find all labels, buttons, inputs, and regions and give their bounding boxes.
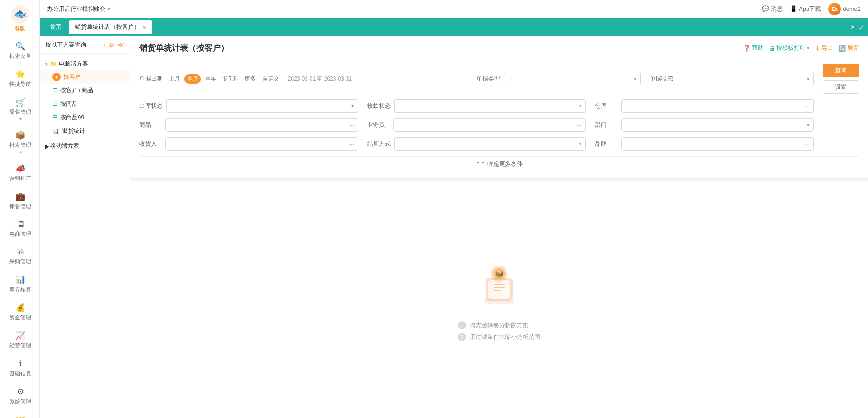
sidebar-item-ecommerce[interactable]: 🖥 电商管理 <box>0 215 39 242</box>
sidebar-item-enterprise[interactable]: 🤝 企业协同 <box>0 410 39 418</box>
date-tabs: 上月 本月 本年 近7天 更多 自定义 <box>166 74 282 84</box>
user-initials: Ea <box>832 6 838 12</box>
chevron-down-icon: ▾ <box>579 103 582 109</box>
sidebar-item-nav[interactable]: ⭐ 快捷导航 <box>0 65 39 93</box>
add-scheme-button[interactable]: + <box>103 41 106 48</box>
filter-doc-type: 单据类型 ▾ <box>476 72 641 86</box>
settings-button[interactable]: 设置 <box>823 80 859 94</box>
desktop-group-title[interactable]: ▾ 📁 电脑端方案 <box>40 57 130 70</box>
sidebar-item-sales[interactable]: 💼 销售管理 <box>0 187 39 215</box>
sidebar-item-wholesale[interactable]: 📦 批发管理 ▴ <box>0 126 39 159</box>
system-icon: ⚙ <box>17 387 24 397</box>
scheme-settings-button[interactable]: ⚙ <box>109 41 115 48</box>
scheme-title: 按以下方案查询 <box>45 41 100 49</box>
sidebar-item-search[interactable]: 🔍 搜索菜单 <box>0 37 39 65</box>
tab-sales-stats[interactable]: 销货单统计表（按客户） × <box>69 20 152 34</box>
chevron-down-icon: ▾ <box>351 103 354 109</box>
message-label: 消息 <box>771 5 783 13</box>
salesperson-select[interactable]: ··· <box>393 118 586 132</box>
tab-home[interactable]: 首页 <box>43 20 68 34</box>
enterprise-icon: 🤝 <box>15 415 25 418</box>
sidebar-item-finance[interactable]: 💰 资金管理 <box>0 298 39 326</box>
query-button[interactable]: 查询 <box>823 64 859 77</box>
desktop-group: ▾ 📁 电脑端方案 ● 按客户 ☰ 按客户+商品 ☰ 按商品 <box>40 57 130 138</box>
basic-icon: ℹ <box>19 359 22 369</box>
empty-tip-text-2: 用过滤条件来缩小分析范围 <box>470 333 540 341</box>
app-download-button[interactable]: 📱 App下载 <box>790 5 821 13</box>
settlement-select[interactable]: ▾ <box>394 137 586 151</box>
filter-row-2: 出库状态 ▾ 收款状态 ▾ 仓库 <box>139 99 859 113</box>
scheme-item-by-goods[interactable]: ☰ 按商品 <box>40 97 130 111</box>
app-selector[interactable]: 办公用品行业模拟账套 ▾ <box>47 5 110 13</box>
chevron-down-icon: ▾ <box>634 76 637 82</box>
collapse-button[interactable]: ⌃⌃ 收起更多条件 <box>476 160 523 168</box>
sidebar-item-marketing[interactable]: 📣 营销推广 <box>0 159 39 187</box>
date-tab-custom[interactable]: 自定义 <box>260 74 282 84</box>
sidebar-item-label: 销售管理 <box>9 203 31 210</box>
out-status-select[interactable]: ▾ <box>166 99 358 113</box>
action-buttons: 查询 设置 <box>823 64 859 94</box>
filter-brand: 品牌 ··· <box>595 137 814 151</box>
page-title: 销货单统计表（按客户） <box>139 43 229 53</box>
export-button[interactable]: ⬇ 导出 <box>815 44 833 52</box>
filter-warehouse: 仓库 ··· <box>595 99 814 113</box>
collapse-scheme-button[interactable]: ≪ <box>118 41 124 48</box>
export-icon: ⬇ <box>815 45 820 52</box>
date-tab-7days[interactable]: 近7天 <box>221 74 240 84</box>
minimize-button[interactable]: × <box>851 23 855 31</box>
chevron-right-icon: ▶ <box>45 143 50 150</box>
sidebar-item-system[interactable]: ⚙ 系统管理 <box>0 382 39 410</box>
filter-row-1: 单据日期 上月 本月 本年 近7天 更多 自定义 2023-03-01 至 20… <box>139 64 859 94</box>
scheme-item-by-customer[interactable]: ● 按客户 <box>40 70 130 84</box>
sidebar-item-basic[interactable]: ℹ 基础信息 <box>0 354 39 382</box>
date-tab-this-month[interactable]: 本月 <box>184 74 201 84</box>
chevron-down-icon: ▾ <box>807 122 810 128</box>
export-label: 导出 <box>821 44 833 52</box>
tabs-bar: 首页 销货单统计表（按客户） × × ⤢ <box>40 18 868 36</box>
out-status-label: 出库状态 <box>139 102 163 110</box>
sidebar-item-inventory[interactable]: 📊 库存核算 <box>0 270 39 298</box>
filter-salesperson: 业务员 ··· <box>367 118 586 132</box>
goods-select[interactable]: ··· <box>165 118 358 132</box>
date-tab-last-month[interactable]: 上月 <box>166 74 183 84</box>
doc-type-select[interactable]: ▾ <box>504 72 641 86</box>
tip-num-2: 2 <box>458 333 466 341</box>
date-tab-this-year[interactable]: 本年 <box>203 74 219 84</box>
filter-receiver: 收货人 ··· <box>139 137 358 151</box>
sidebar-item-operations[interactable]: 📈 经营管理 <box>0 326 39 354</box>
date-range-display: 2023-03-01 至 2023-03-31 <box>288 75 352 83</box>
scheme-item-return-stats[interactable]: 📊 退货统计 <box>40 124 130 138</box>
brand-select[interactable]: ··· <box>621 137 814 151</box>
mobile-group-title[interactable]: ▶ 移动端方案 <box>40 140 130 152</box>
maximize-button[interactable]: ⤢ <box>859 23 864 32</box>
receiver-select[interactable]: ··· <box>165 137 358 151</box>
help-button[interactable]: ❓ 帮助 <box>743 44 764 52</box>
avatar: Ea <box>828 3 841 15</box>
doc-status-select[interactable]: ▾ <box>677 72 814 86</box>
filter-dept: 部门 ▾ <box>595 118 814 132</box>
refresh-button[interactable]: 🔄 刷新 <box>839 44 859 52</box>
mobile-group: ▶ 移动端方案 <box>40 140 130 152</box>
sidebar-item-purchase[interactable]: 🛍 采购管理 <box>0 242 39 270</box>
sidebar-item-label: 系统管理 <box>9 398 31 406</box>
warehouse-select[interactable]: ··· <box>621 99 814 113</box>
filter-row-3: 商品 ··· 业务员 ··· 部门 <box>139 118 859 132</box>
sidebar-item-label: 资金管理 <box>9 314 31 322</box>
scheme-item-customer-goods[interactable]: ☰ 按客户+商品 <box>40 84 130 97</box>
message-button[interactable]: 💬 消息 <box>762 5 783 13</box>
sidebar-item-retail[interactable]: 🛒 零售管理 ▾ <box>0 93 39 126</box>
empty-tip-2: 2 用过滤条件来缩小分析范围 <box>458 333 540 341</box>
svg-rect-4 <box>488 280 510 299</box>
date-tab-more[interactable]: 更多 <box>242 74 258 84</box>
inventory-icon: 📊 <box>15 275 25 285</box>
scheme-item-goods99[interactable]: ☰ 按商品99 <box>40 111 130 124</box>
empty-tip-text-1: 请先选择要分析的方案 <box>470 321 528 329</box>
more-icon: ··· <box>349 141 354 147</box>
collect-status-select[interactable]: ▾ <box>394 99 586 113</box>
collapse-label: 收起更多条件 <box>487 160 523 168</box>
dept-select[interactable]: ▾ <box>621 118 814 132</box>
print-button[interactable]: 🖨 按模板打印 ▾ <box>769 44 810 52</box>
brand-label: 品牌 <box>595 140 618 148</box>
close-icon[interactable]: × <box>142 24 146 30</box>
user-profile[interactable]: Ea demo2 <box>828 3 861 15</box>
